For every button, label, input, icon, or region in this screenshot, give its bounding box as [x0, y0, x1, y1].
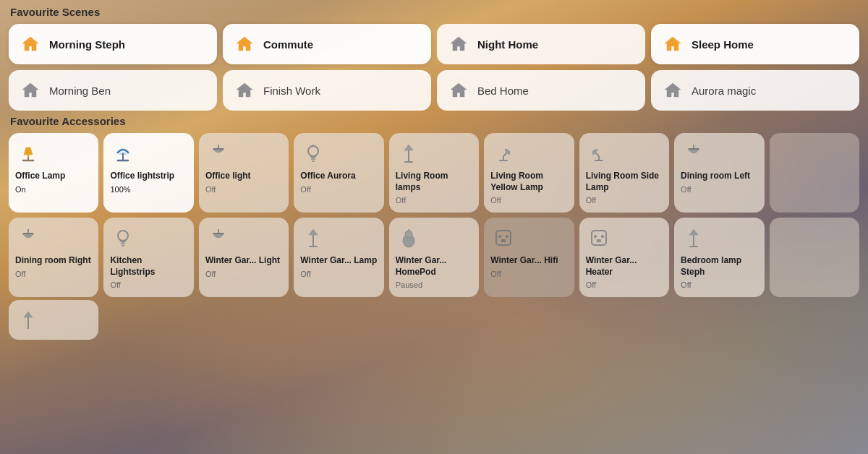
scene-label: Sleep Home [692, 38, 754, 51]
scene-finish-work[interactable]: Finish Work [223, 70, 431, 111]
floor-lamp-icon [396, 140, 422, 166]
accessory-living-room-side[interactable]: Living Room Side Lamp Off [579, 133, 669, 213]
accessory-dining-left[interactable]: Dining room Left Off [674, 133, 764, 213]
accessory-living-room-lamps[interactable]: Living Room lamps Off [389, 133, 479, 213]
accessory-dining-right[interactable]: Dining room Right Off [9, 218, 98, 297]
accessory-office-aurora[interactable]: Office Aurora Off [294, 133, 383, 213]
acc-status: On [15, 185, 92, 194]
scenes-row2: Morning Ben Finish Work Bed Home [9, 70, 859, 111]
scene-label: Morning Ben [49, 85, 111, 97]
empty-slot5 [484, 300, 574, 340]
acc-name: Winter Gar... Lamp [300, 255, 377, 267]
scene-label: Bed Home [477, 85, 529, 97]
acc-name: Winter Gar... HomePod [396, 255, 472, 278]
accessory-winter-gar-light[interactable]: Winter Gar... Light Off [199, 218, 289, 297]
scene-label: Commute [263, 38, 313, 51]
accessories-row1: Office Lamp On Office lightstrip 100% [9, 133, 859, 213]
svg-point-32 [405, 231, 412, 238]
accessory-office-lightstrip[interactable]: Office lightstrip 100% [103, 133, 193, 213]
empty-slot2 [199, 300, 289, 340]
scene-aurora-magic[interactable]: Aurora magic [651, 70, 859, 111]
accessory-kitchen-lightstrips[interactable]: Kitchen Lightstrips Off [103, 218, 193, 297]
ceiling-lamp3-icon [15, 225, 41, 251]
main-content: Favourite Scenes Morning Steph Commute [0, 0, 868, 346]
svg-point-24 [118, 231, 128, 241]
svg-rect-38 [592, 231, 606, 245]
svg-rect-41 [597, 239, 601, 242]
svg-point-35 [498, 235, 501, 238]
acc-status: Off [490, 196, 567, 205]
acc-name: Office light [205, 171, 282, 182]
accessory-living-room-yellow[interactable]: Living Room Yellow Lamp Off [484, 133, 574, 213]
house-gray-icon [447, 33, 470, 56]
svg-rect-34 [496, 231, 511, 245]
floor-lamp3-icon [681, 225, 707, 251]
acc-status: Off [205, 270, 282, 278]
acc-status: Off [396, 196, 472, 205]
acc-status: Off [586, 280, 663, 289]
acc-name: Dining room Right [15, 255, 92, 267]
acc-name: Living Room Yellow Lamp [490, 171, 567, 193]
acc-name: Office Lamp [15, 171, 92, 182]
acc-status: Off [300, 270, 377, 278]
house-gray-icon-4 [447, 79, 470, 102]
acc-name: Living Room lamps [396, 171, 472, 193]
acc-status: Off [681, 280, 757, 289]
accessory-bedroom-lamp-steph[interactable]: Bedroom lamp Steph Off [674, 218, 764, 297]
acc-status: Off [490, 270, 567, 278]
lamp-yellow-icon [15, 140, 41, 166]
acc-status: Off [681, 185, 757, 194]
accessory-partial [770, 133, 859, 213]
acc-status: Off [110, 280, 187, 289]
bulb-icon [300, 140, 326, 166]
acc-name: Kitchen Lightstrips [110, 255, 187, 278]
accessories-row2: Dining room Right Off Kitchen Lightstrip… [9, 218, 859, 297]
house-orange-icon-2 [233, 33, 256, 56]
acc-name: Winter Gar... Heater [586, 255, 663, 278]
scene-bed-home[interactable]: Bed Home [437, 70, 645, 111]
house-gray-icon-3 [233, 79, 256, 102]
floor-lamp4-icon [15, 307, 41, 333]
scenes-row1: Morning Steph Commute Night Home [9, 24, 859, 64]
scene-label: Morning Steph [49, 38, 125, 51]
house-gray-icon-5 [661, 79, 684, 102]
scene-label: Aurora magic [692, 85, 756, 97]
accessory-winter-gar-lamp[interactable]: Winter Gar... Lamp Off [294, 218, 383, 297]
empty-slot4 [389, 300, 479, 340]
lamp-blue-icon [110, 140, 136, 166]
acc-status: Paused [396, 280, 472, 289]
acc-name: Dining room Left [681, 171, 757, 182]
accessory-partial3[interactable] [9, 300, 98, 340]
svg-point-36 [506, 235, 509, 238]
outlet2-icon [586, 225, 612, 251]
acc-status: Off [586, 196, 663, 205]
acc-status: Off [300, 185, 377, 194]
scene-sleep-home[interactable]: Sleep Home [651, 24, 859, 64]
ceiling-lamp-icon [205, 140, 231, 166]
scene-night-home[interactable]: Night Home [437, 24, 645, 64]
accessory-winter-gar-homepod[interactable]: Winter Gar... HomePod Paused [389, 218, 479, 297]
scene-morning-ben[interactable]: Morning Ben [9, 70, 217, 111]
accessory-office-light[interactable]: Office light Off [199, 133, 289, 213]
accessory-winter-gar-hifi[interactable]: Winter Gar... Hifi Off [484, 218, 574, 297]
bulb2-icon [110, 225, 136, 251]
scenes-section-title: Favourite Scenes [9, 6, 859, 18]
acc-status: Off [15, 270, 92, 278]
svg-point-39 [594, 235, 597, 238]
floor-lamp2-icon [300, 225, 326, 251]
scene-commute[interactable]: Commute [223, 24, 431, 64]
ceiling-lamp2-icon [681, 140, 707, 166]
scene-morning-steph[interactable]: Morning Steph [9, 24, 217, 64]
desk-lamp-icon [490, 140, 516, 166]
scene-label: Finish Work [263, 85, 320, 97]
desk-lamp2-icon [586, 140, 612, 166]
outlet-icon [490, 225, 516, 251]
svg-point-8 [308, 146, 318, 156]
accessory-winter-gar-heater[interactable]: Winter Gar... Heater Off [579, 218, 669, 297]
empty-slot [103, 300, 193, 340]
accessory-office-lamp[interactable]: Office Lamp On [9, 133, 98, 213]
empty-slot8 [770, 300, 859, 340]
acc-name: Living Room Side Lamp [586, 171, 663, 193]
house-gray-icon-2 [19, 79, 42, 102]
acc-name: Winter Gar... Hifi [490, 255, 567, 267]
